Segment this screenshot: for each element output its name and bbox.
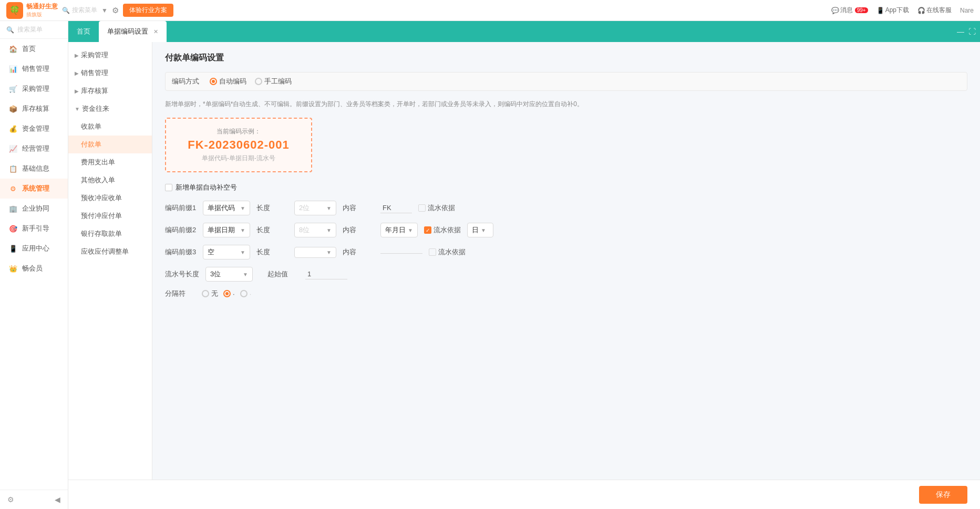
sidebar-item-finance[interactable]: 💰 资金管理 xyxy=(0,119,68,139)
group-sales: ▶ 销售管理 xyxy=(68,64,152,82)
group-sales-arrow-icon: ▶ xyxy=(75,70,79,76)
prefix-select-3[interactable]: 空 ▼ xyxy=(203,245,250,259)
separator-none-radio[interactable]: 无 xyxy=(202,289,218,298)
sidebar-item-adjustment[interactable]: 应收应付调整单 xyxy=(68,243,152,261)
search-icon: 🔍 xyxy=(62,7,70,14)
content-select-2[interactable]: 年月日 ▼ xyxy=(380,223,418,237)
base-info-icon: 📋 xyxy=(8,164,18,173)
sidebar-item-prepay-offset[interactable]: 预收冲应收单 xyxy=(68,189,152,207)
logo-text: 畅通好生意 插旗版 xyxy=(26,2,58,18)
day-select-2[interactable]: 日 ▼ xyxy=(467,223,493,237)
auto-code-radio[interactable]: 自动编码 xyxy=(210,77,246,86)
online-service-area[interactable]: 🎧 在线客服 xyxy=(917,6,952,15)
separator-dot2-radio[interactable]: · xyxy=(240,290,252,298)
purchase-icon: 🛒 xyxy=(8,84,18,94)
inventory-icon: 📦 xyxy=(8,104,18,113)
logo-icon: 🍀 xyxy=(6,2,23,19)
sidebar-item-member[interactable]: 👑 畅会员 xyxy=(0,258,68,278)
day-dropdown-arrow: ▼ xyxy=(481,227,486,233)
collapse-icon[interactable]: ◀ xyxy=(55,495,60,504)
content-dropdown-arrow-2: ▼ xyxy=(408,227,413,233)
experience-button[interactable]: 体验行业方案 xyxy=(123,4,173,17)
coop-icon: 🏢 xyxy=(8,204,18,213)
tab-close-icon[interactable]: ✕ xyxy=(153,28,158,35)
group-purchase: ▶ 采购管理 xyxy=(68,46,152,64)
sidebar-item-receipt[interactable]: 收款单 xyxy=(68,118,152,136)
length-select-3[interactable]: ▼ xyxy=(294,247,336,258)
sidebar-item-base-info[interactable]: 📋 基础信息 xyxy=(0,159,68,179)
tab-encode-settings[interactable]: 单据编码设置 ✕ xyxy=(99,21,167,42)
user-avatar[interactable]: Nare xyxy=(960,7,974,14)
length-label-1: 长度 xyxy=(256,203,288,213)
length-label-2: 长度 xyxy=(256,225,288,235)
form-row-1: 编码前缀1 单据代码 ▼ 长度 2位 ▼ 内容 FK xyxy=(165,201,967,215)
group-inventory: ▶ 库存核算 xyxy=(68,82,152,100)
sidebar-search-icon: 🔍 xyxy=(6,26,14,34)
tab-minimize-icon[interactable]: — xyxy=(957,27,964,36)
tab-bar: 首页 单据编码设置 ✕ — ⛶ xyxy=(68,21,980,42)
sidebar-item-payment[interactable]: 付款单 xyxy=(68,136,152,153)
tab-bar-right: — ⛶ xyxy=(957,27,980,36)
prefix-select-1[interactable]: 单据代码 ▼ xyxy=(203,201,250,215)
serial-length-label: 流水号长度 xyxy=(165,269,199,279)
sidebar-item-coop[interactable]: 🏢 企业协同 xyxy=(0,199,68,219)
serial-checkbox-1[interactable] xyxy=(418,204,426,212)
tab-home[interactable]: 首页 xyxy=(68,21,99,42)
sidebar-item-expense[interactable]: 费用支出单 xyxy=(68,153,152,171)
group-capital: ▼ 资金往来 收款单 付款单 费用支出单 其他收入单 预收冲应收单 预付冲应付单… xyxy=(68,100,152,261)
separator-row: 分隔符 无 · · xyxy=(165,289,967,298)
start-value-input[interactable]: 1 xyxy=(305,269,347,279)
app-download-area[interactable]: 📱 App下载 xyxy=(876,6,909,15)
group-capital-arrow-icon: ▼ xyxy=(75,106,80,112)
separator-label: 分隔符 xyxy=(165,289,197,298)
form-row-2: 编码前缀2 单据日期 ▼ 长度 8位 ▼ 内容 年月日 ▼ xyxy=(165,223,967,237)
group-inventory-arrow-icon: ▶ xyxy=(75,88,79,94)
system-icon: ⚙ xyxy=(8,184,18,193)
start-value-label: 起始值 xyxy=(267,269,299,279)
prefix-select-2[interactable]: 单据日期 ▼ xyxy=(203,223,250,237)
length-select-2[interactable]: 8位 ▼ xyxy=(294,223,336,237)
dropdown-arrow-icon[interactable]: ▼ xyxy=(101,7,108,14)
sidebar-search[interactable]: 🔍 搜索菜单 xyxy=(0,21,68,39)
serial-checkbox-2[interactable] xyxy=(424,226,431,234)
auto-fill-checkbox[interactable] xyxy=(165,184,172,191)
group-purchase-title[interactable]: ▶ 采购管理 xyxy=(68,46,152,64)
main-content: 付款单编码设置 编码方式 自动编码 手工编码 xyxy=(152,42,980,480)
length-dropdown-arrow-2: ▼ xyxy=(326,227,332,233)
main-layout: 🔍 搜索菜单 🏠 首页 📊 销售管理 🛒 采购管理 📦 库存核算 💰 资金管理 … xyxy=(0,21,980,509)
serial-config-row: 流水号长度 3位 ▼ 起始值 1 xyxy=(165,267,967,282)
sidebar-item-bank[interactable]: 银行存取款单 xyxy=(68,225,152,243)
group-sales-title[interactable]: ▶ 销售管理 xyxy=(68,64,152,82)
sidebar-item-inventory[interactable]: 📦 库存核算 xyxy=(0,99,68,119)
search-menu-area[interactable]: 🔍 搜索菜单 xyxy=(62,6,97,15)
logo: 🍀 畅通好生意 插旗版 xyxy=(6,2,58,19)
sidebar-item-apps[interactable]: 📱 应用中心 xyxy=(0,238,68,258)
settings-gear-icon[interactable]: ⚙ xyxy=(112,6,119,15)
prefix-label-1: 编码前缀1 xyxy=(165,203,197,213)
serial-checkbox-3[interactable] xyxy=(429,248,436,256)
content-label-2: 内容 xyxy=(343,225,374,235)
sidebar-item-advance-offset[interactable]: 预付冲应付单 xyxy=(68,207,152,225)
home-icon: 🏠 xyxy=(8,44,18,54)
sidebar-item-home[interactable]: 🏠 首页 xyxy=(0,39,68,59)
group-inventory-title[interactable]: ▶ 库存核算 xyxy=(68,82,152,100)
manual-code-radio-dot xyxy=(255,78,262,85)
manual-code-radio[interactable]: 手工编码 xyxy=(255,77,292,86)
group-capital-title[interactable]: ▼ 资金往来 xyxy=(68,100,152,118)
save-button[interactable]: 保存 xyxy=(919,486,967,504)
tab-expand-icon[interactable]: ⛶ xyxy=(968,27,976,36)
sidebar-item-sales[interactable]: 📊 销售管理 xyxy=(0,59,68,79)
settings-bottom-icon[interactable]: ⚙ xyxy=(7,495,14,504)
length-select-1[interactable]: 2位 ▼ xyxy=(294,201,336,215)
sidebar-item-purchase[interactable]: 🛒 采购管理 xyxy=(0,79,68,99)
sidebar-item-business[interactable]: 📈 经营管理 xyxy=(0,139,68,159)
separator-dot-radio[interactable]: · xyxy=(223,290,235,298)
content-area: ▶ 采购管理 ▶ 销售管理 ▶ 库存核算 xyxy=(68,42,980,480)
sidebar-item-guide[interactable]: 🎯 新手引导 xyxy=(0,219,68,238)
sidebar-item-system[interactable]: ⚙ 系统管理 xyxy=(0,179,68,199)
message-area[interactable]: 💬 消息 99+ xyxy=(831,6,868,15)
serial-length-select[interactable]: 3位 ▼ xyxy=(205,267,253,282)
sidebar-item-other-income[interactable]: 其他收入单 xyxy=(68,171,152,189)
finance-icon: 💰 xyxy=(8,124,18,133)
form-row-3: 编码前缀3 空 ▼ 长度 ▼ 内容 流水依据 xyxy=(165,245,967,259)
